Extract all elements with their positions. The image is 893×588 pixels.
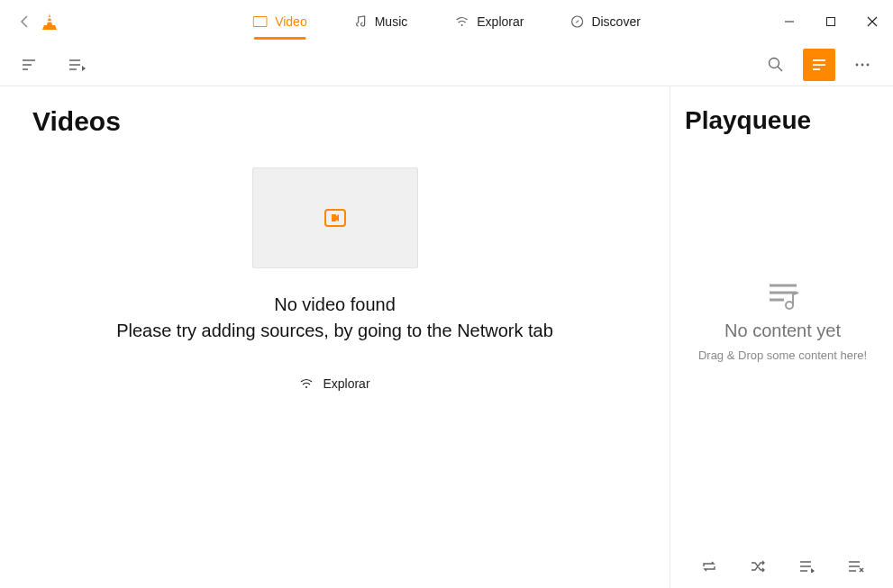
shuffle-button[interactable]	[743, 552, 772, 581]
sort-button[interactable]	[16, 50, 45, 79]
toolbar	[0, 43, 893, 86]
empty-heading: No video found	[274, 292, 396, 318]
svg-point-3	[460, 24, 462, 26]
titlebar: Video Music Explorar Discover	[0, 0, 893, 43]
add-to-queue-button[interactable]	[793, 552, 822, 581]
shuffle-icon	[750, 560, 766, 573]
search-icon	[768, 57, 784, 73]
tab-explorar-label: Explorar	[477, 14, 524, 29]
search-button[interactable]	[761, 50, 790, 79]
titlebar-left	[0, 13, 58, 31]
tab-music-label: Music	[375, 14, 408, 29]
svg-point-13	[770, 58, 779, 68]
vlc-cone-icon	[41, 13, 58, 31]
playqueue-empty-sub: Drag & Drop some content here!	[698, 348, 867, 362]
svg-rect-6	[827, 18, 835, 26]
minimize-button[interactable]	[769, 0, 810, 43]
main-panel: Videos No video found Please try adding …	[0, 86, 670, 588]
explorar-link-label: Explorar	[323, 376, 369, 391]
queue-empty-icon	[766, 282, 800, 313]
loop-icon	[701, 560, 717, 573]
maximize-button[interactable]	[810, 0, 852, 43]
nav-tabs: Video Music Explorar Discover	[229, 0, 664, 43]
svg-point-21	[305, 386, 307, 388]
svg-point-18	[856, 63, 859, 66]
svg-point-20	[867, 63, 870, 66]
tab-explorar[interactable]: Explorar	[431, 0, 547, 43]
playqueue-controls	[685, 545, 880, 588]
tab-music[interactable]: Music	[331, 0, 432, 43]
tab-discover-label: Discover	[591, 14, 640, 29]
playqueue-empty-heading: No content yet	[724, 321, 841, 341]
wifi-icon	[299, 378, 314, 389]
tab-discover[interactable]: Discover	[547, 0, 663, 43]
playqueue-empty-state: No content yet Drag & Drop some content …	[685, 99, 880, 545]
svg-rect-0	[48, 17, 52, 19]
wifi-icon	[454, 16, 469, 27]
more-button[interactable]	[848, 50, 877, 79]
explorar-link[interactable]: Explorar	[299, 376, 369, 391]
empty-subheading: Please try adding sources, by going to t…	[116, 318, 553, 344]
empty-state: No video found Please try adding sources…	[32, 167, 637, 391]
svg-rect-2	[253, 17, 267, 27]
tab-video[interactable]: Video	[229, 0, 331, 43]
svg-rect-1	[47, 21, 53, 23]
queue-add-icon	[799, 560, 816, 573]
close-button[interactable]	[852, 0, 893, 43]
queue-clear-icon	[848, 560, 864, 573]
svg-line-14	[778, 67, 782, 71]
window-controls	[769, 0, 893, 43]
tab-video-label: Video	[275, 14, 307, 29]
queue-icon	[811, 59, 827, 71]
content: Videos No video found Please try adding …	[0, 86, 893, 588]
video-icon	[252, 16, 267, 27]
section-title: Videos	[32, 106, 637, 137]
loop-button[interactable]	[695, 552, 724, 581]
playlist-button[interactable]	[63, 50, 92, 79]
dots-icon	[854, 63, 870, 67]
toolbar-left	[16, 50, 92, 79]
playqueue-toggle-button[interactable]	[803, 49, 835, 81]
camera-icon	[324, 209, 346, 227]
empty-thumbnail	[252, 167, 418, 268]
clear-queue-button[interactable]	[842, 552, 870, 581]
toolbar-right	[761, 49, 877, 81]
svg-point-19	[861, 63, 864, 66]
compass-icon	[570, 15, 583, 28]
playqueue-panel: Playqueue No content yet Drag & Drop som…	[670, 86, 893, 588]
svg-point-25	[786, 302, 793, 309]
back-button[interactable]	[18, 14, 32, 29]
music-icon	[354, 15, 367, 28]
